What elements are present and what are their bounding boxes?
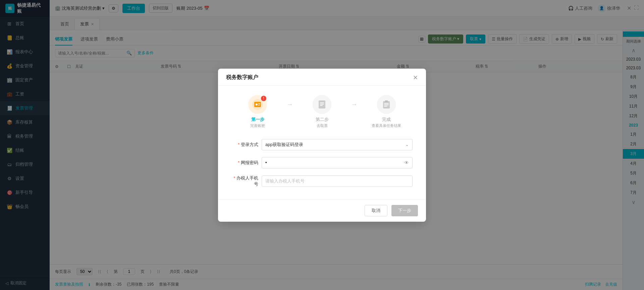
- svg-rect-10: [385, 100, 388, 102]
- document-icon: [317, 100, 327, 109]
- svg-rect-8: [320, 105, 323, 106]
- svg-rect-12: [384, 104, 389, 105]
- step-3: 完成 查看具体任务结果: [360, 95, 413, 128]
- modal-header: 税务数字账户 ✕: [218, 69, 426, 86]
- step-1: ! 第一步 完善账密: [231, 95, 284, 128]
- svg-rect-4: [258, 105, 260, 105]
- modal-title: 税务数字账户: [226, 74, 258, 81]
- step-1-circle: !: [248, 95, 267, 114]
- next-step-button[interactable]: 下一步: [391, 205, 418, 216]
- password-label: * 网报密码: [231, 160, 262, 166]
- step-2: 第二步 去取票: [296, 95, 348, 128]
- login-method-value: app获取验证码登录: [265, 142, 303, 148]
- step-1-error-badge: !: [261, 96, 266, 101]
- tax-account-modal: 税务数字账户 ✕: [218, 69, 426, 222]
- login-method-row: * 登录方式 app获取验证码登录 ⌄: [231, 139, 413, 150]
- step-1-label: 第一步: [251, 117, 264, 123]
- svg-rect-13: [384, 106, 387, 106]
- step-2-circle: [313, 95, 331, 114]
- step-2-label: 第二步: [316, 117, 329, 123]
- svg-rect-6: [320, 102, 324, 103]
- modal-overlay: 税务数字账户 ✕: [0, 0, 644, 290]
- modal-close-button[interactable]: ✕: [413, 74, 418, 81]
- phone-row: * 办税人手机号: [231, 175, 413, 187]
- password-row: * 网报密码 • 👁: [231, 157, 413, 168]
- svg-point-2: [256, 103, 258, 105]
- step-1-sublabel: 完善账密: [250, 123, 265, 128]
- login-method-select[interactable]: app获取验证码登录 ⌄: [262, 139, 413, 150]
- step-2-sublabel: 去取票: [317, 123, 328, 128]
- modal-footer: 取消 下一步: [218, 199, 426, 222]
- dropdown-chevron-icon: ⌄: [405, 142, 409, 147]
- phone-input[interactable]: [262, 175, 413, 187]
- svg-rect-7: [320, 104, 324, 104]
- password-input[interactable]: • 👁: [262, 157, 413, 168]
- clipboard-icon: [382, 100, 391, 109]
- svg-rect-11: [384, 103, 389, 104]
- required-mark: *: [238, 142, 241, 147]
- step-3-sublabel: 查看具体任务结果: [372, 123, 401, 128]
- steps-indicator: ! 第一步 完善账密 →: [231, 95, 413, 128]
- step-arrow-2: →: [348, 100, 360, 108]
- cancel-button[interactable]: 取消: [365, 205, 387, 216]
- step-3-circle: [377, 95, 396, 114]
- login-method-label: * 登录方式: [231, 142, 262, 148]
- password-dot: •: [265, 160, 267, 165]
- step-arrow-1: →: [284, 100, 296, 108]
- step-3-label: 完成: [382, 117, 391, 123]
- svg-rect-3: [258, 103, 260, 104]
- eye-toggle-icon[interactable]: 👁: [404, 160, 409, 165]
- required-mark: *: [233, 175, 236, 180]
- person-card-icon: [252, 99, 263, 110]
- phone-label: * 办税人手机号: [231, 175, 262, 187]
- modal-body: ! 第一步 完善账密 →: [218, 86, 426, 199]
- required-mark: *: [238, 160, 241, 165]
